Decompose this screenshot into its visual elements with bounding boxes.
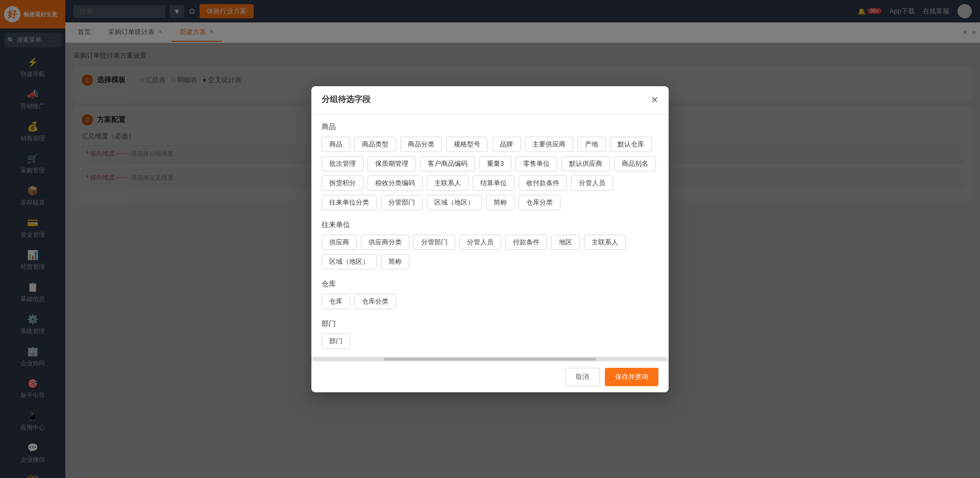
- field-tag-origin[interactable]: 产地: [577, 137, 606, 152]
- field-select-modal: 分组待选字段 ✕ 商品 商品 商品类型 商品分类 规格型号 品牌 主要供应商 产…: [311, 86, 669, 392]
- field-tag-main-supplier[interactable]: 主要供应商: [525, 137, 573, 152]
- field-tag-warehouse[interactable]: 仓库: [322, 294, 350, 309]
- horizontal-scrollbar[interactable]: [311, 357, 669, 361]
- field-tag-main-contact[interactable]: 主联系人: [427, 175, 469, 191]
- modal-close-button[interactable]: ✕: [651, 94, 658, 106]
- modal-overlay: 分组待选字段 ✕ 商品 商品 商品类型 商品分类 规格型号 品牌 主要供应商 产…: [0, 0, 980, 478]
- field-tag-manage-dept[interactable]: 分管部门: [381, 195, 423, 210]
- field-tag-warehouse-category[interactable]: 仓库分类: [519, 195, 560, 210]
- field-tag-supervisor[interactable]: 分管人员: [571, 175, 613, 191]
- counterparty-section: 往来单位 供应商 供应商分类 分管部门 分管人员 付款条件 地区 主联系人 区域…: [322, 220, 658, 269]
- save-button[interactable]: 保存并查询: [605, 368, 658, 386]
- field-tag-shelf-life[interactable]: 保质期管理: [368, 156, 416, 171]
- scrollbar-track: [313, 358, 667, 361]
- field-tag-product-alias[interactable]: 商品别名: [614, 156, 656, 171]
- field-tag-default-supplier[interactable]: 默认供应商: [561, 156, 610, 171]
- field-tag-tax-code[interactable]: 税收分类编码: [368, 175, 423, 191]
- field-tag-area[interactable]: 地区: [551, 235, 580, 250]
- field-tag-retail-unit[interactable]: 零售单位: [516, 156, 557, 171]
- cancel-button[interactable]: 取消: [565, 368, 600, 386]
- field-tag-default-warehouse[interactable]: 默认仓库: [610, 137, 652, 152]
- modal-header: 分组待选字段 ✕: [311, 86, 669, 114]
- field-tag-main-contact2[interactable]: 主联系人: [584, 235, 626, 250]
- product-section: 商品 商品 商品类型 商品分类 规格型号 品牌 主要供应商 产地 默认仓库 批次…: [322, 122, 658, 210]
- scrollbar-thumb: [384, 358, 596, 361]
- department-section-title: 部门: [322, 319, 658, 329]
- warehouse-section: 仓库 仓库 仓库分类: [322, 280, 658, 309]
- counterparty-section-title: 往来单位: [322, 220, 658, 230]
- field-tag-warehouse-cat[interactable]: 仓库分类: [354, 294, 396, 309]
- field-tag-dept-manage[interactable]: 分管部门: [413, 235, 455, 250]
- field-tag-dept-person[interactable]: 分管人员: [459, 235, 501, 250]
- modal-title: 分组待选字段: [322, 94, 371, 105]
- field-tag-payment-terms[interactable]: 收付款条件: [519, 175, 567, 191]
- field-tag-department[interactable]: 部门: [322, 334, 350, 349]
- field-tag-counterparty-category[interactable]: 往来单位分类: [322, 195, 377, 210]
- field-tag-customer-code[interactable]: 客户商品编码: [420, 156, 475, 171]
- product-section-title: 商品: [322, 122, 658, 132]
- field-tag-short-name2[interactable]: 简称: [381, 254, 409, 269]
- warehouse-section-title: 仓库: [322, 280, 658, 289]
- field-tag-product[interactable]: 商品: [322, 137, 350, 152]
- counterparty-tags: 供应商 供应商分类 分管部门 分管人员 付款条件 地区 主联系人 区域（地区） …: [322, 235, 658, 269]
- field-tag-short-name[interactable]: 简称: [486, 195, 514, 210]
- field-tag-product-type[interactable]: 商品类型: [354, 137, 396, 152]
- warehouse-tags: 仓库 仓库分类: [322, 294, 658, 309]
- department-section: 部门 部门: [322, 319, 658, 349]
- product-tags: 商品 商品类型 商品分类 规格型号 品牌 主要供应商 产地 默认仓库 批次管理 …: [322, 137, 658, 210]
- field-tag-pay-terms[interactable]: 付款条件: [505, 235, 547, 250]
- field-tag-batch-mgmt[interactable]: 批次管理: [322, 156, 363, 171]
- field-tag-brand[interactable]: 品牌: [492, 137, 521, 152]
- field-tag-split-points[interactable]: 拆货积分: [322, 175, 363, 191]
- field-tag-spec-model[interactable]: 规格型号: [446, 137, 488, 152]
- field-tag-supplier-category[interactable]: 供应商分类: [361, 235, 409, 250]
- department-tags: 部门: [322, 334, 658, 349]
- field-tag-product-category[interactable]: 商品分类: [400, 137, 442, 152]
- field-tag-weight[interactable]: 重量3: [479, 156, 511, 171]
- modal-footer: 取消 保存并查询: [311, 361, 669, 392]
- modal-body[interactable]: 商品 商品 商品类型 商品分类 规格型号 品牌 主要供应商 产地 默认仓库 批次…: [311, 114, 669, 357]
- field-tag-supplier[interactable]: 供应商: [322, 235, 357, 250]
- field-tag-settlement-unit[interactable]: 结算单位: [473, 175, 514, 191]
- field-tag-region2[interactable]: 区域（地区）: [322, 254, 377, 269]
- field-tag-region[interactable]: 区域（地区）: [427, 195, 482, 210]
